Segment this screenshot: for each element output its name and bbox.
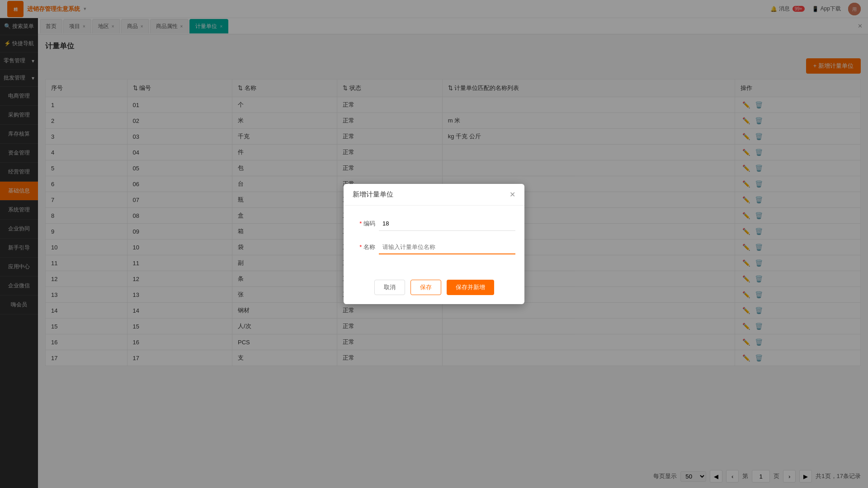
- dialog-close-btn[interactable]: ✕: [509, 190, 515, 199]
- add-unit-dialog: 新增计量单位 ✕ * 编码 * 名称 取消 保存 保存并新增: [344, 184, 524, 304]
- dialog-body: * 编码 * 名称: [344, 206, 524, 274]
- dialog-footer: 取消 保存 保存并新增: [344, 274, 524, 304]
- code-label: * 编码: [353, 220, 375, 228]
- save-continue-btn[interactable]: 保存并新增: [447, 280, 494, 295]
- code-input[interactable]: [379, 216, 515, 231]
- form-row-name: * 名称: [353, 240, 515, 254]
- name-input[interactable]: [379, 240, 515, 254]
- modal-overlay: 新增计量单位 ✕ * 编码 * 名称 取消 保存 保存并新增: [0, 0, 868, 488]
- save-btn[interactable]: 保存: [410, 280, 441, 295]
- dialog-header: 新增计量单位 ✕: [344, 184, 524, 206]
- form-row-code: * 编码: [353, 216, 515, 231]
- cancel-btn[interactable]: 取消: [374, 280, 405, 295]
- dialog-title: 新增计量单位: [353, 190, 393, 199]
- name-label: * 名称: [353, 243, 375, 251]
